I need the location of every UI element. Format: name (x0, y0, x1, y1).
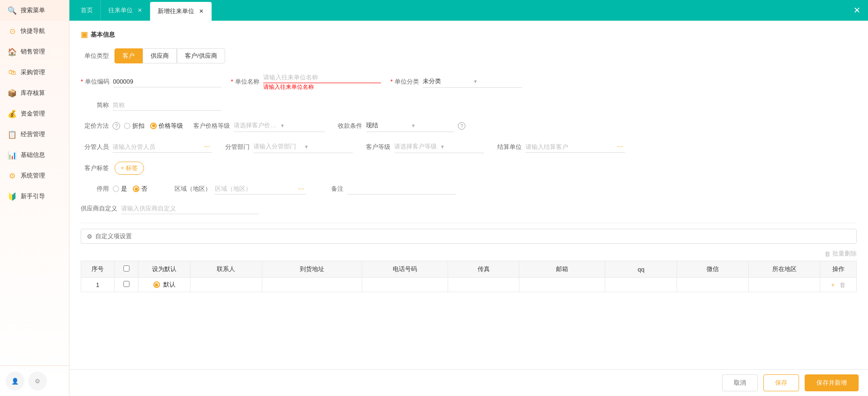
btn-both[interactable]: 客户/供应商 (177, 48, 225, 63)
department-label: 分管部门 (221, 143, 250, 151)
manager-more-btn[interactable]: ··· (202, 142, 212, 151)
tab-new-partner[interactable]: 新增往来单位 ✕ (150, 2, 212, 21)
row-add-btn[interactable]: + (831, 281, 835, 288)
address-input[interactable] (284, 281, 340, 288)
area-label: 区域（地区） (175, 185, 211, 193)
settlement-input[interactable] (525, 141, 615, 152)
tab-new-partner-close[interactable]: ✕ (199, 8, 204, 15)
pricing-group: 定价方法 ? 折扣 价格等级 (81, 122, 184, 130)
tab-partners-label: 往来单位 (108, 6, 133, 15)
select-all-checkbox[interactable] (123, 265, 129, 272)
sidebar-item-system[interactable]: ⚙ 系统管理 (0, 165, 69, 186)
contact-input[interactable] (207, 281, 245, 288)
sidebar-item-operations[interactable]: 📋 经营管理 (0, 124, 69, 145)
chevron-down-icon5: ▼ (440, 144, 484, 149)
radio-yes-label: 是 (121, 185, 127, 193)
manager-input[interactable] (113, 141, 202, 152)
radio-no-label: 否 (141, 185, 147, 193)
section-title-text: 基本信息 (91, 31, 115, 39)
base-info-icon: 📊 (8, 150, 17, 160)
wechat-input[interactable] (694, 281, 731, 288)
tab-partners[interactable]: 往来单位 ✕ (101, 0, 150, 21)
sidebar-item-sales[interactable]: 🏠 销售管理 (0, 41, 69, 62)
row-actions[interactable]: + 🗑 (820, 278, 857, 292)
settlement-label: 结算单位 (494, 143, 522, 151)
save-button[interactable]: 保存 (763, 374, 799, 391)
sidebar-avatar[interactable]: 👤 (6, 372, 24, 390)
settlement-more-btn[interactable]: ··· (615, 142, 625, 151)
row-checkbox-input[interactable] (123, 281, 129, 287)
disabled-label: 停用 (81, 185, 109, 193)
area-more-btn[interactable]: ··· (296, 185, 306, 193)
phone-input[interactable] (381, 281, 428, 288)
payment-terms-value: 现结 (366, 121, 409, 130)
radio-discount[interactable]: 折扣 (124, 122, 145, 130)
radio-yes[interactable]: 是 (113, 185, 127, 193)
sidebar-item-base-info[interactable]: 📊 基础信息 (0, 145, 69, 165)
btn-customer[interactable]: 客户 (114, 48, 143, 63)
pricing-radio-group: 折扣 价格等级 (124, 122, 183, 130)
tab-home[interactable]: 首页 (73, 0, 101, 21)
save-new-button[interactable]: 保存并新增 (805, 374, 859, 391)
customer-price-select[interactable]: 请选择客户价格等级 ▼ (234, 119, 325, 132)
department-select[interactable]: 请输入分管部门 ▼ (253, 140, 353, 153)
qq-input[interactable] (622, 281, 660, 288)
row-wechat[interactable] (677, 278, 749, 292)
home-icon: ⊙ (8, 26, 17, 36)
unit-category-select[interactable]: 未分类 ▼ (423, 75, 522, 88)
row-address[interactable] (262, 278, 362, 292)
row-region[interactable] (748, 278, 820, 292)
sidebar-settings[interactable]: ⚙ (28, 372, 47, 390)
remark-input[interactable] (347, 183, 456, 194)
supplier-custom-input[interactable] (121, 203, 259, 214)
manager-label: 分管人员 (81, 143, 109, 151)
row-fax[interactable] (448, 278, 519, 292)
default-radio-label[interactable]: 默认 (143, 280, 185, 289)
cancel-button[interactable]: 取消 (722, 374, 758, 391)
customer-price-placeholder: 请选择客户价格等级 (234, 121, 278, 130)
row-contact[interactable] (190, 278, 262, 292)
tag-add-btn[interactable]: + 标签 (114, 162, 144, 175)
short-name-input[interactable] (113, 100, 221, 111)
custom-settings-btn[interactable]: ⚙ 自定义项设置 (81, 229, 857, 244)
sidebar-item-purchase[interactable]: 🛍 采购管理 (0, 62, 69, 83)
custom-settings-label: 自定义项设置 (95, 232, 132, 241)
sidebar-item-inventory[interactable]: 📦 库存核算 (0, 83, 69, 103)
area-input[interactable] (215, 183, 296, 194)
customer-level-select[interactable]: 请选择客户等级 ▼ (394, 140, 484, 153)
region-input[interactable] (766, 281, 803, 288)
code-name-category-row: 单位编码 单位名称 请输入往来单位名称 单位分类 未分类 ▼ (81, 72, 857, 91)
row-delete-btn[interactable]: 🗑 (839, 281, 845, 288)
fax-input[interactable] (465, 281, 503, 288)
row-checkbox[interactable] (114, 278, 138, 292)
radio-price-level[interactable]: 价格等级 (150, 122, 183, 130)
close-all-tabs[interactable]: ✕ (850, 5, 864, 16)
sales-icon: 🏠 (8, 47, 17, 56)
sidebar-item-quick-nav[interactable]: ⊙ 快捷导航 (0, 21, 69, 41)
btn-supplier[interactable]: 供应商 (143, 48, 177, 63)
tab-partners-close[interactable]: ✕ (137, 7, 142, 14)
sidebar-item-guide[interactable]: 🔰 新手引导 (0, 186, 69, 207)
row-email[interactable] (519, 278, 605, 292)
manager-row: 分管人员 ··· 分管部门 请输入分管部门 ▼ 客户等级 请选择客户等级 ▼ (81, 140, 857, 153)
payment-terms-label: 收款条件 (334, 122, 362, 130)
payment-terms-select[interactable]: 现结 ▼ (366, 119, 454, 132)
payment-help-icon[interactable]: ? (458, 122, 465, 130)
tab-home-label: 首页 (81, 6, 93, 15)
unit-name-error: 请输入往来单位名称 (263, 83, 381, 91)
sidebar-item-finance[interactable]: 💰 资金管理 (0, 103, 69, 124)
inventory-icon: 📦 (8, 88, 17, 98)
pricing-help-icon[interactable]: ? (113, 122, 120, 130)
row-phone[interactable] (362, 278, 448, 292)
unit-code-input[interactable] (113, 76, 221, 87)
sidebar-item-search[interactable]: 🔍 搜索菜单 (0, 0, 69, 21)
email-input[interactable] (539, 281, 586, 288)
radio-no[interactable]: 否 (133, 185, 147, 193)
batch-delete-btn[interactable]: 🗑 批量删除 (81, 249, 857, 258)
unit-name-input[interactable] (263, 72, 381, 83)
sidebar-item-label: 资金管理 (21, 109, 45, 118)
row-default[interactable]: 默认 (138, 278, 190, 292)
row-qq[interactable] (605, 278, 677, 292)
unit-type-label: 单位类型 (81, 52, 109, 60)
th-checkbox[interactable] (114, 261, 138, 278)
